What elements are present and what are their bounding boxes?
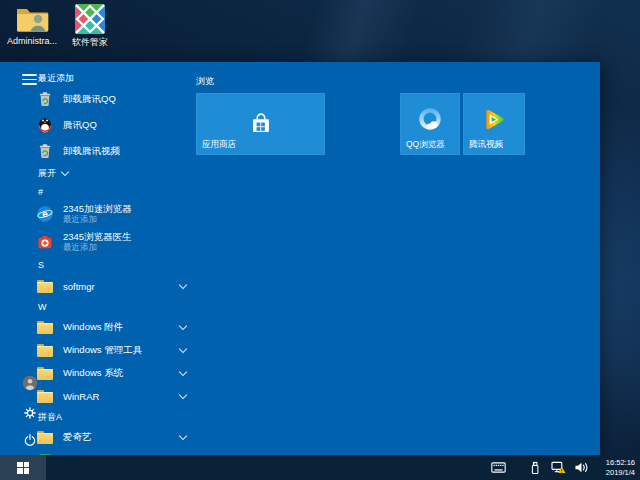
section-header-pinyin-a[interactable]: 拼音A [36,408,194,426]
chevron-down-icon[interactable] [179,280,187,288]
folder-icon [36,388,54,406]
app-item-iqiyi-folder[interactable]: 爱奇艺 [36,426,194,449]
app-item-label: 2345加速浏览器 [63,204,132,215]
app-item-label: WinRAR [63,391,99,402]
app-item-label: softmgr [63,281,95,292]
clock-time: 16:52:16 [606,458,635,467]
app-item-uninstall-tencent-video[interactable]: 卸载腾讯视频 [36,138,194,164]
volume-icon[interactable] [574,460,589,475]
app-item-windows-system[interactable]: Windows 系统 [36,362,194,385]
app-item-tencent-qq[interactable]: 腾讯QQ [36,112,194,138]
desktop-icons: Administra... 软件管家 [6,4,116,49]
tile-qq-browser[interactable]: QQ浏览器 [400,93,460,155]
recent-added-header: 最近添加 [36,70,194,86]
chevron-down-icon [61,167,69,175]
app-item-label: 卸载腾讯QQ [63,93,116,106]
app-item-sublabel: 最近添加 [63,215,132,225]
app-item-windows-accessories[interactable]: Windows 附件 [36,316,194,339]
tile-label: 腾讯视频 [469,139,503,151]
chevron-down-icon[interactable] [179,391,187,399]
desktop-icon-label: 软件管家 [72,36,108,49]
app-item-softmgr[interactable]: softmgr [36,274,194,298]
app-item-label: 卸载腾讯视频 [63,145,120,158]
tile-tencent-video[interactable]: 腾讯视频 [463,93,525,155]
section-header-s[interactable]: S [36,256,194,274]
app-item-label: Windows 管理工具 [63,344,142,357]
app-item-uninstall-qq[interactable]: 卸载腾讯QQ [36,86,194,112]
section-header-hash[interactable]: # [36,184,194,200]
folder-icon [36,277,54,295]
desktop-icon-administrator[interactable]: Administra... [6,4,58,49]
folder-icon [36,365,54,383]
folder-icon [36,429,54,447]
app-item-2345-browser-doctor[interactable]: S 2345浏览器医生 最近添加 [36,228,194,256]
qq-penguin-icon [36,116,54,134]
tile-area: 浏览 应用商店 [196,62,600,455]
app-item-label: Windows 系统 [63,367,123,380]
app-item-label: 2345浏览器医生 [63,232,132,243]
expand-label: 展开 [38,167,56,180]
taskbar-clock[interactable]: 16:52:16 2019/1/4 [597,458,635,478]
windows-logo-icon [17,462,29,474]
start-menu: 最近添加 卸载腾讯QQ [0,62,600,455]
desktop-icon-label: Administra... [7,36,57,46]
medkit-icon [36,233,54,251]
app-item-windows-admin-tools[interactable]: Windows 管理工具 [36,339,194,362]
folder-icon [36,319,54,337]
usb-device-icon[interactable] [528,460,543,475]
network-warning-icon[interactable] [551,460,566,475]
app-item-label: 爱奇艺 [63,431,92,444]
expand-toggle[interactable]: 展开 [36,164,194,182]
chevron-down-icon[interactable] [179,368,187,376]
browser-e-icon: e [36,205,54,223]
chevron-down-icon[interactable] [179,345,187,353]
start-button[interactable] [0,455,46,480]
app-item-label: Windows 附件 [63,321,123,334]
chevron-down-icon[interactable] [179,322,187,330]
app-item-2345-browser[interactable]: e 2345加速浏览器 最近添加 [36,200,194,228]
system-tray: 16:52:16 2019/1/4 [491,458,640,478]
chevron-down-icon[interactable] [179,432,187,440]
tile-app-store[interactable]: 应用商店 [196,93,325,155]
app-list: 最近添加 卸载腾讯QQ [36,62,194,455]
hamburger-menu-icon[interactable] [22,74,37,85]
admin-folder-icon [15,4,49,34]
section-header-w[interactable]: W [36,298,194,316]
app-item-label: 腾讯QQ [63,119,97,132]
clock-date: 2019/1/4 [606,468,635,477]
tile-label: QQ浏览器 [406,139,445,151]
software-manager-icon [73,4,107,34]
folder-icon [36,342,54,360]
app-item-winrar[interactable]: WinRAR [36,385,194,408]
desktop-icon-software-manager[interactable]: 软件管家 [64,4,116,49]
taskbar: 16:52:16 2019/1/4 [0,455,640,480]
uninstall-icon [36,142,54,160]
uninstall-icon [36,90,54,108]
tile-label: 应用商店 [202,139,236,151]
touch-keyboard-icon[interactable] [491,460,506,475]
app-item-sublabel: 最近添加 [63,243,132,253]
tile-group-header[interactable]: 浏览 [196,75,214,88]
svg-text:e: e [42,208,48,219]
